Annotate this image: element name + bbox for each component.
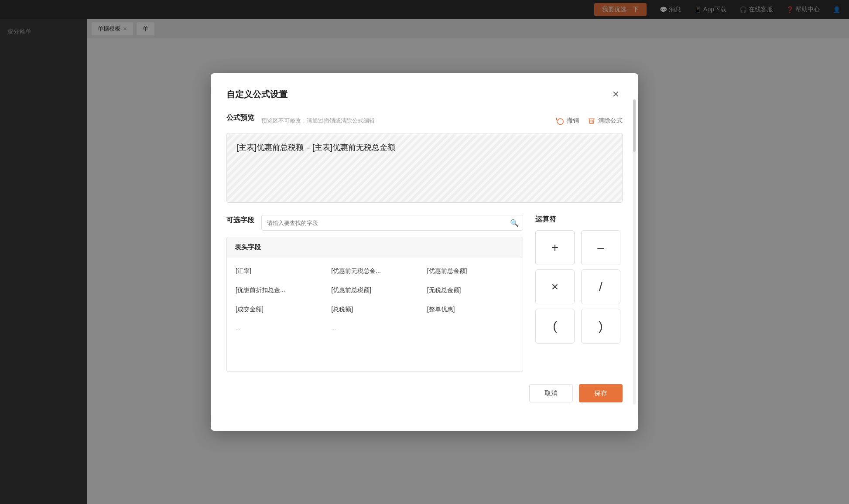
op-open-paren-button[interactable]: ( [535, 309, 575, 344]
field-item-discount-total[interactable]: [优惠前折扣总金... [231, 281, 327, 300]
modal-footer: 取消 保存 [226, 384, 623, 402]
field-item-deal-amount[interactable]: [成交金额] [231, 300, 327, 319]
formula-display: [主表]优惠前总税额 – [主表]优惠前无税总金额 [226, 133, 623, 203]
formula-actions: 撤销 清除公式 [556, 117, 623, 125]
fields-panel: 可选字段 🔍 表头字段 [汇率] [优惠前无税总金... [优惠前总金额] [优… [226, 215, 523, 372]
clear-formula-button[interactable]: 清除公式 [588, 117, 623, 125]
fields-panel-header: 可选字段 🔍 [226, 215, 523, 231]
fields-search-input[interactable] [261, 215, 523, 231]
undo-label: 撤销 [567, 117, 579, 125]
fields-row-3: [成交金额] [总税额] [整单优惠] [227, 300, 523, 319]
fields-table-body[interactable]: [汇率] [优惠前无税总金... [优惠前总金额] [优惠前折扣总金... [优… [227, 258, 523, 371]
field-item-pretotal[interactable]: [优惠前总金额] [423, 262, 518, 281]
fields-section-label: 可选字段 [226, 216, 254, 225]
formula-section-label: 公式预览 [226, 113, 254, 123]
operators-title: 运算符 [535, 215, 623, 224]
clear-icon [588, 117, 596, 125]
field-item-pretax[interactable]: [优惠前总税额] [327, 281, 422, 300]
formula-text: [主表]优惠前总税额 – [主表]优惠前无税总金额 [236, 142, 395, 153]
field-item-total-tax[interactable]: [总税额] [327, 300, 422, 319]
clear-formula-label: 清除公式 [598, 117, 623, 125]
modal-header: 自定义公式设置 ✕ [226, 87, 623, 101]
formula-preview-row: 公式预览 预览区不可修改，请通过撤销或清除公式编辑 撤销 清除公式 [226, 113, 623, 128]
fields-row-2: [优惠前折扣总金... [优惠前总税额] [无税总金额] [227, 281, 523, 300]
bottom-section: 可选字段 🔍 表头字段 [汇率] [优惠前无税总金... [优惠前总金额] [优… [226, 215, 623, 372]
op-plus-button[interactable]: + [535, 230, 575, 265]
fields-search: 🔍 [261, 215, 523, 231]
operators-panel: 运算符 + – × / ( ) [535, 215, 623, 372]
modal-scrollbar-thumb [633, 99, 636, 152]
field-item-rate[interactable]: [汇率] [231, 262, 327, 281]
field-item-notax-total[interactable]: [无税总金额] [423, 281, 518, 300]
field-item-placeholder-1: ... [231, 319, 327, 337]
fields-row-1: [汇率] [优惠前无税总金... [优惠前总金额] [227, 262, 523, 281]
op-close-paren-button[interactable]: ) [581, 309, 620, 344]
modal-scrollbar[interactable] [633, 99, 636, 405]
undo-button[interactable]: 撤销 [556, 117, 579, 125]
field-item-order-discount[interactable]: [整单优惠] [423, 300, 518, 319]
formula-modal: 自定义公式设置 ✕ 公式预览 预览区不可修改，请通过撤销或清除公式编辑 撤销 [211, 73, 638, 431]
cancel-button[interactable]: 取消 [529, 384, 573, 402]
fields-table: 表头字段 [汇率] [优惠前无税总金... [优惠前总金额] [优惠前折扣总金.… [226, 237, 523, 372]
op-multiply-button[interactable]: × [535, 269, 575, 304]
field-item-pretax-total[interactable]: [优惠前无税总金... [327, 262, 422, 281]
undo-icon [556, 117, 564, 125]
save-button[interactable]: 保存 [579, 384, 623, 402]
field-item-placeholder-2: ... [327, 319, 422, 337]
fields-table-header: 表头字段 [227, 237, 523, 258]
formula-hint: 预览区不可修改，请通过撤销或清除公式编辑 [261, 117, 375, 125]
fields-row-4: ... ... [227, 319, 523, 337]
modal-close-button[interactable]: ✕ [609, 87, 623, 101]
operators-grid: + – × / ( ) [535, 230, 623, 344]
field-item-placeholder-3 [423, 319, 518, 337]
op-divide-button[interactable]: / [581, 269, 620, 304]
modal-title: 自定义公式设置 [226, 89, 288, 100]
search-icon: 🔍 [510, 219, 519, 227]
op-minus-button[interactable]: – [581, 230, 620, 265]
